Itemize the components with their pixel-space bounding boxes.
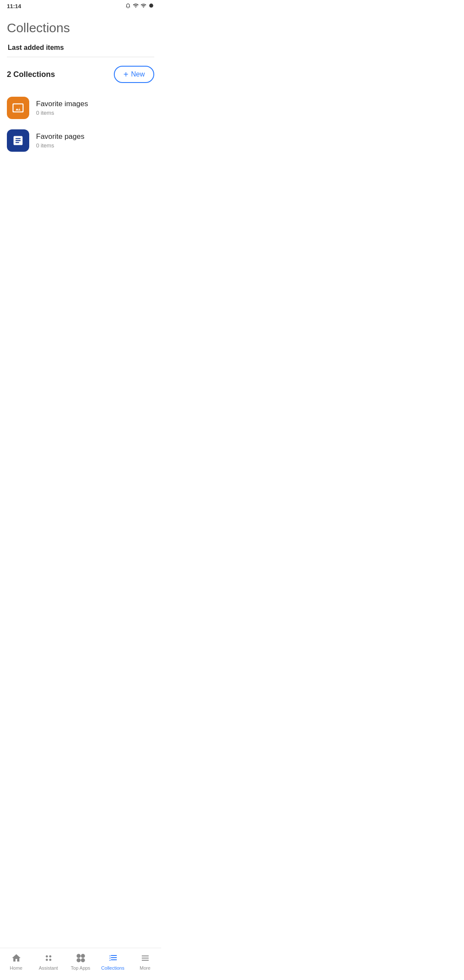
favorite-images-name: Favorite images [36,100,88,108]
svg-point-0 [149,3,153,7]
collection-item-favorite-images[interactable]: Favorite images 0 items [7,92,154,124]
silent-icon [125,3,131,9]
collection-item-favorite-pages[interactable]: Favorite pages 0 items [7,124,154,157]
last-added-header: Last added items [7,44,154,52]
page-title: Collections [7,21,154,35]
favorite-pages-name: Favorite pages [36,132,84,141]
favorite-images-icon [7,97,29,119]
favorite-images-info: Favorite images 0 items [36,100,88,116]
status-icons [125,3,154,9]
favorite-pages-icon [7,129,29,152]
divider [7,57,154,57]
favorite-images-count: 0 items [36,110,88,116]
favorite-pages-count: 0 items [36,142,84,149]
signal-icon [140,3,147,9]
plus-icon: + [123,70,128,79]
favorite-pages-info: Favorite pages 0 items [36,132,84,149]
new-button[interactable]: + New [114,66,154,83]
main-content: Collections Last added items 2 Collectio… [0,21,161,191]
status-time: 11:14 [7,3,21,9]
new-button-label: New [131,70,145,78]
collections-count-row: 2 Collections + New [7,66,154,83]
camera-icon [148,3,154,9]
status-bar: 11:14 [0,0,161,12]
wifi-icon [133,3,139,9]
collections-count: 2 Collections [7,70,55,79]
